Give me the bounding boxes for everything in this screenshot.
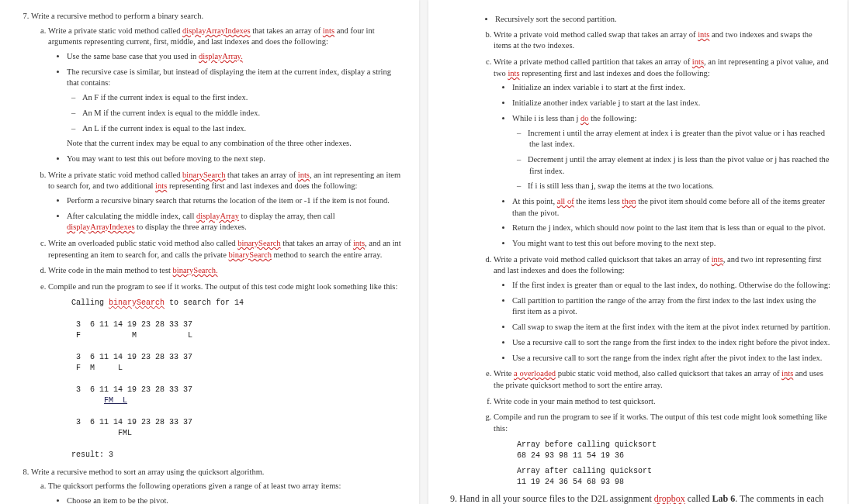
q7a-bullet2: The recursive case is similar, but inste… [67,67,402,150]
q7e: Compile and run the program to see if it… [48,281,402,461]
q7-text: Write a recursive method to perform a bi… [31,12,203,20]
code-output-2: Array before calling quicksort 68 24 93 … [517,440,830,461]
question-7: Write a recursive method to perform a bi… [31,11,402,461]
q8-text: Write a recursive method to sort an arra… [31,468,265,476]
question-9: Hand in all your source files to the D2L… [459,492,830,504]
q7d: Write code in the main method to test bi… [48,265,402,277]
q7a-bullet1: Use the same base case that you used in … [67,51,402,63]
q8d: Write a private void method called quick… [494,254,830,364]
page-left: Write a recursive method to perform a bi… [0,0,419,504]
q8d-b2: Call partition to partition the range of… [512,295,830,318]
q7a: Write a private static void method calle… [48,26,402,165]
q8c-b1: Initialize an index variable i to start … [512,82,830,94]
q8d-b5: Use a recursive call to sort the range f… [512,353,830,364]
q8e: Write a overloaded pubic static void met… [494,368,830,391]
q8a: The quicksort performs the following ope… [48,481,402,504]
q7a-dash1: An F if the current index is equal to th… [84,92,402,104]
q8d-b3: Call swap to swap the item at the first … [512,322,830,333]
q8c-b2: Initialize another index variable j to s… [512,98,830,109]
page-right: Recursively sort the second partition. W… [428,0,847,504]
q7a-bullet3: You may want to test this out before mov… [67,154,402,165]
q8c-d2: Decrement j until the array element at i… [529,154,830,177]
q7a-note: Note that the current index may be equal… [67,138,402,150]
code-output-1: Calling binarySearch to search for 14 3 … [71,298,402,461]
q7b-bullet1: Perform a recursive binary search that r… [67,195,402,207]
q8c: Write a private method called partition … [494,57,830,250]
p2-b0: Recursively sort the second partition. [495,14,830,26]
q8c-b4: At this point, all of the items less the… [512,196,830,219]
q7a-dash2: An M if the current index is equal to th… [84,108,402,119]
q7b-bullet2: After calculating the middle index, call… [67,211,402,233]
q8a-b1: Choose an item to be the pivot. [67,495,402,504]
q8b: Write a private void method called swap … [494,29,830,52]
q8d-b4: Use a recursive call to sort the range f… [512,337,830,349]
q7c: Write an overloaded public static void m… [48,238,402,261]
q8f: Write code in your main method to test q… [494,396,830,408]
q8d-b1: If the first index is greater than or eq… [512,280,830,292]
q8c-d3: If i is still less than j, swap the item… [529,181,830,192]
code-output-3: Array after calling quicksort 11 19 24 3… [517,466,830,488]
q8g: Compile and run the program to see if it… [494,412,830,487]
question-8: Write a recursive method to sort an arra… [31,467,402,504]
q8c-b6: You might want to test this out before m… [512,238,830,250]
q7b: Write a private static void method calle… [48,170,402,233]
q8c-b3: While i is less than j do the following:… [512,113,830,192]
q8c-d1: Increment i until the array element at i… [529,128,830,150]
q7a-dash3: An L if the current index is equal to th… [84,123,402,135]
q8c-b5: Return the j index, which should now poi… [512,223,830,234]
